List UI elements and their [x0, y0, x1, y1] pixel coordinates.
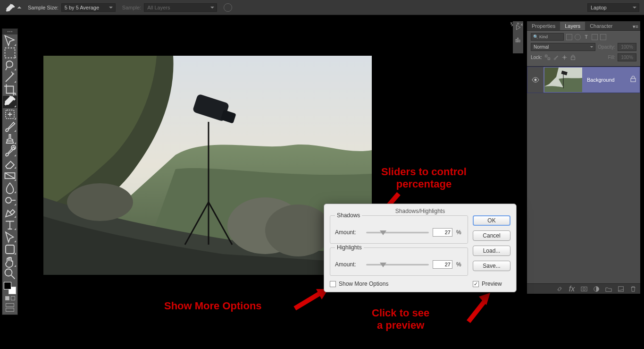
svg-rect-21: [571, 57, 575, 60]
filter-adjust-icon[interactable]: [575, 34, 581, 40]
panel-menu-icon[interactable]: ▾≡: [633, 24, 638, 30]
highlights-amount-label: Amount:: [335, 261, 362, 268]
svg-point-28: [583, 288, 585, 290]
svg-rect-17: [518, 38, 519, 42]
shadows-legend: Shadows: [335, 212, 362, 219]
layer-lock-icon: [630, 76, 640, 84]
dodge-tool[interactable]: [3, 194, 17, 206]
layer-mask-icon[interactable]: [581, 286, 587, 292]
zoom-tool[interactable]: [3, 268, 17, 280]
highlights-legend: Highlights: [335, 244, 364, 251]
gradient-tool[interactable]: [3, 170, 17, 182]
load-button[interactable]: Load...: [473, 246, 510, 256]
sample-label: Sample:: [122, 5, 141, 10]
pen-tool[interactable]: [3, 206, 17, 219]
history-brush-tool[interactable]: [3, 145, 17, 157]
tab-character[interactable]: Character: [585, 22, 617, 30]
visibility-icon[interactable]: [527, 67, 544, 93]
eyedropper-tool[interactable]: [3, 96, 17, 108]
svg-point-22: [535, 79, 536, 81]
percent-unit: %: [456, 261, 463, 268]
color-swatches[interactable]: [4, 282, 16, 294]
filter-type-icon[interactable]: T: [583, 34, 589, 40]
show-more-label: Show More Options: [339, 281, 388, 287]
shadows-amount-input[interactable]: [433, 228, 452, 237]
layer-name[interactable]: Background: [583, 77, 630, 83]
screen-mode-toggle[interactable]: [6, 303, 14, 312]
ok-button[interactable]: OK: [473, 215, 510, 226]
tool-preset-arrow[interactable]: [17, 7, 21, 9]
filter-smart-icon[interactable]: [600, 34, 606, 40]
lock-transparency-icon[interactable]: [544, 54, 551, 60]
magic-wand-tool[interactable]: [3, 71, 17, 84]
workspace-select[interactable]: Laptop: [587, 3, 639, 12]
shadows-slider[interactable]: [366, 230, 429, 235]
tab-layers[interactable]: Layers: [560, 22, 585, 30]
arrow-to-preview: [465, 291, 493, 324]
move-tool[interactable]: [3, 34, 17, 47]
clone-stamp-tool[interactable]: [3, 133, 17, 145]
lasso-tool[interactable]: [3, 59, 17, 71]
layer-thumbnail[interactable]: [544, 68, 582, 92]
fill-value[interactable]: 100%: [618, 53, 636, 61]
save-button[interactable]: Save...: [473, 261, 510, 271]
annotation-sliders: Sliders to control percentage: [381, 166, 467, 191]
shape-tool[interactable]: [3, 243, 17, 255]
crop-tool[interactable]: [3, 84, 17, 96]
svg-rect-18: [519, 40, 520, 42]
marquee-tool[interactable]: [3, 47, 17, 59]
annotation-preview: Click to see a preview: [372, 307, 429, 332]
cancel-button[interactable]: Cancel: [473, 230, 510, 241]
eraser-tool[interactable]: [3, 157, 17, 170]
delete-layer-icon[interactable]: [630, 286, 636, 292]
filter-shape-icon[interactable]: [592, 34, 598, 40]
opacity-value[interactable]: 100%: [618, 43, 636, 51]
hand-tool[interactable]: [3, 255, 17, 268]
lock-label: Lock:: [531, 55, 542, 60]
group-icon[interactable]: [605, 286, 612, 292]
filter-pixel-icon[interactable]: [566, 34, 572, 40]
panel-close-icon[interactable]: ×: [520, 22, 523, 27]
healing-brush-tool[interactable]: [3, 108, 17, 120]
shadows-amount-label: Amount:: [335, 229, 362, 236]
sample-ring-button[interactable]: [224, 3, 232, 12]
preview-label: Preview: [482, 281, 502, 287]
highlights-slider[interactable]: [366, 262, 429, 267]
sample-size-select[interactable]: 5 by 5 Average: [61, 3, 116, 12]
svg-rect-5: [6, 245, 14, 254]
path-selection-tool[interactable]: [3, 231, 17, 243]
svg-point-6: [5, 269, 12, 276]
highlights-amount-input[interactable]: [433, 260, 452, 269]
panel-tabs: × Properties Layers Character ▾≡: [527, 21, 640, 31]
tab-properties[interactable]: Properties: [527, 22, 560, 30]
layer-list: Background: [527, 66, 640, 283]
blur-tool[interactable]: [3, 182, 17, 194]
sample-size-label: Sample Size:: [28, 5, 59, 10]
eyedropper-icon[interactable]: [5, 3, 16, 12]
brush-tool[interactable]: [3, 120, 17, 133]
preview-checkbox[interactable]: [473, 281, 479, 287]
svg-point-4: [6, 197, 11, 203]
adjustment-layer-icon[interactable]: [593, 286, 600, 292]
link-layers-icon[interactable]: [556, 286, 563, 292]
layer-style-icon[interactable]: fx: [569, 286, 575, 292]
new-layer-icon[interactable]: [618, 286, 624, 292]
type-tool[interactable]: [3, 219, 17, 231]
quick-mask-toggle[interactable]: [5, 296, 15, 300]
blend-mode-select[interactable]: Normal: [531, 43, 595, 51]
svg-rect-16: [516, 39, 517, 42]
opacity-label: Opacity:: [598, 44, 615, 50]
layers-panel: ×» × Properties Layers Character ▾≡ 🔍Kin…: [527, 21, 640, 294]
fill-label: Fill:: [608, 55, 615, 60]
svg-point-10: [265, 204, 331, 256]
annotation-show-more: Show More Options: [164, 300, 262, 312]
layer-row-background[interactable]: Background: [527, 67, 640, 93]
histogram-icon[interactable]: [515, 36, 521, 43]
layer-filter-kind[interactable]: 🔍Kind: [531, 33, 564, 41]
lock-pixels-icon[interactable]: [553, 54, 559, 60]
lock-position-icon[interactable]: [561, 54, 568, 60]
svg-rect-30: [619, 286, 624, 291]
document-canvas[interactable]: [43, 56, 372, 275]
show-more-checkbox[interactable]: [330, 281, 336, 287]
lock-all-icon[interactable]: [570, 54, 576, 60]
